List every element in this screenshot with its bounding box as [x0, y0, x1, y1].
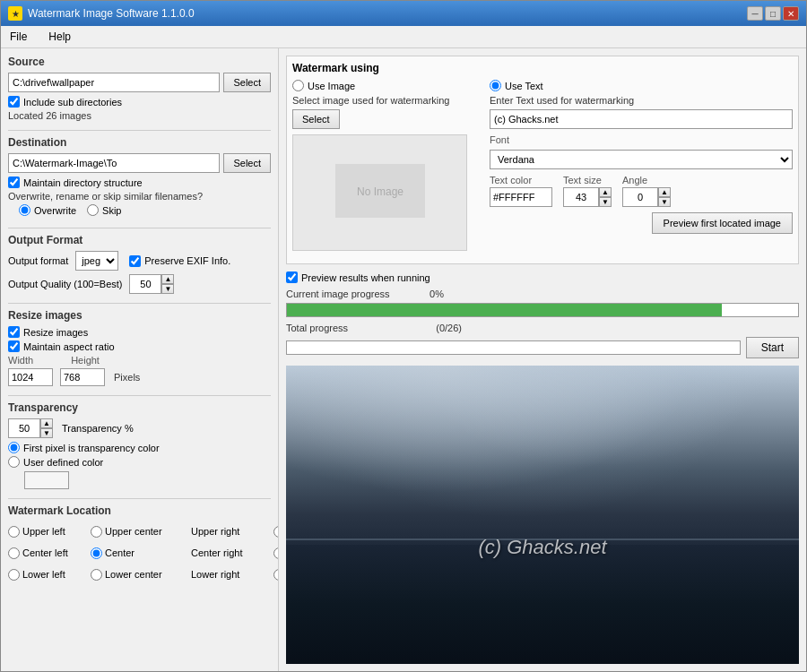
transparency-pct-label: Transparency %	[62, 423, 134, 434]
destination-title: Destination	[8, 136, 271, 149]
menu-bar: File Help	[1, 26, 806, 48]
preview-running-checkbox[interactable]	[286, 271, 298, 283]
watermark-location-title: Watermark Location	[8, 504, 271, 517]
maintain-dir-row: Maintain directory structure	[8, 177, 271, 188]
current-progress-label: Current image progress	[286, 289, 412, 299]
ocean-rays	[286, 366, 799, 545]
quality-input[interactable]	[129, 274, 161, 294]
maintain-aspect-checkbox[interactable]	[8, 340, 20, 352]
resize-section: Resize images Resize images Maintain asp…	[8, 309, 271, 386]
divider-3	[8, 303, 271, 304]
preview-running-label: Preview results when running	[301, 272, 430, 283]
lower-right-label: Lower right	[191, 569, 239, 580]
transparency-section: Transparency ▲ ▼ Transparency % First pi…	[8, 401, 271, 489]
skip-option-label: Skip	[102, 205, 121, 216]
use-text-label: Use Text	[505, 81, 543, 91]
minimize-button[interactable]: ─	[747, 6, 763, 21]
maintain-dir-checkbox[interactable]	[8, 177, 20, 188]
output-format-label: Output format	[8, 255, 68, 266]
angle-down-btn[interactable]: ▼	[658, 197, 671, 207]
location-grid: Upper left Upper center Upper right	[8, 521, 271, 584]
start-button[interactable]: Start	[746, 337, 799, 358]
lower-left-radio[interactable]	[8, 569, 20, 581]
lower-center-radio[interactable]	[91, 569, 102, 581]
source-section: Source Select Include sub directories Lo…	[8, 56, 271, 121]
upper-left-cell: Upper left	[8, 526, 89, 538]
resize-images-checkbox[interactable]	[8, 326, 20, 338]
watermark-overlay-text: (c) Ghacks.net	[478, 536, 606, 559]
transparency-input[interactable]	[8, 418, 40, 438]
total-progress-label: Total progress	[286, 323, 412, 333]
use-text-radio[interactable]	[490, 80, 501, 91]
include-sub-checkbox[interactable]	[8, 96, 20, 108]
watermark-text-input[interactable]	[490, 109, 793, 129]
text-color-input[interactable]	[490, 187, 552, 207]
preserve-exif-checkbox[interactable]	[129, 255, 141, 267]
width-height-row: Width Height	[8, 355, 271, 366]
divider-2	[8, 228, 271, 228]
output-format-section: Output Format Output format jpeg png bmp…	[8, 234, 271, 294]
use-image-section: Use Image Select image used for watermar…	[292, 80, 472, 251]
overwrite-label: Overwrite, rename or skip similar filena…	[8, 191, 271, 202]
transparency-down-btn[interactable]: ▼	[40, 428, 53, 438]
maximize-button[interactable]: □	[765, 6, 781, 21]
angle-input[interactable]	[622, 187, 658, 207]
text-size-input[interactable]	[563, 187, 599, 207]
user-color-box[interactable]	[24, 471, 69, 489]
located-images-text: Located 26 images	[8, 110, 271, 121]
transparency-up-btn[interactable]: ▲	[40, 418, 53, 428]
destination-select-button[interactable]: Select	[223, 153, 271, 173]
quality-up-btn[interactable]: ▲	[161, 274, 174, 284]
select-image-row: Select	[292, 109, 472, 129]
text-size-spinner: ▲ ▼	[599, 187, 612, 207]
angle-up-btn[interactable]: ▲	[658, 187, 671, 197]
transparency-spinner: ▲ ▼	[40, 418, 53, 438]
text-size-up-btn[interactable]: ▲	[599, 187, 612, 197]
output-format-select[interactable]: jpeg png bmp	[75, 251, 118, 271]
first-pixel-label: First pixel is transparency color	[23, 443, 160, 453]
upper-center-radio[interactable]	[91, 526, 102, 538]
maintain-aspect-row: Maintain aspect ratio	[8, 340, 271, 352]
font-row: Font	[490, 134, 793, 145]
text-size-down-btn[interactable]: ▼	[599, 197, 612, 207]
destination-path-input[interactable]	[8, 153, 220, 173]
close-button[interactable]: ✕	[783, 6, 799, 21]
font-select[interactable]: Verdana Arial Times New Roman	[490, 150, 793, 169]
first-pixel-radio[interactable]	[8, 442, 20, 453]
menu-help[interactable]: Help	[45, 29, 74, 45]
quality-spinner: ▲ ▼	[161, 274, 174, 294]
width-label: Width	[8, 355, 33, 366]
upper-left-radio[interactable]	[8, 526, 20, 538]
divider-4	[8, 395, 271, 396]
current-progress-bar	[286, 303, 799, 317]
center-radio[interactable]	[91, 547, 102, 559]
source-path-input[interactable]	[8, 73, 220, 92]
output-quality-row: Output Quality (100=Best) ▲ ▼	[8, 274, 271, 294]
text-size-label: Text size	[563, 175, 612, 185]
title-bar: ★ Watermark Image Software 1.1.0.0 ─ □ ✕	[1, 1, 806, 26]
center-left-cell: Center left	[8, 547, 89, 559]
center-left-radio[interactable]	[8, 547, 20, 559]
upper-right-label: Upper right	[191, 526, 239, 537]
use-image-radio[interactable]	[292, 80, 304, 91]
select-image-button[interactable]: Select	[292, 109, 340, 129]
use-image-radio-group: Use Image	[292, 80, 472, 91]
user-defined-label: User defined color	[23, 457, 103, 468]
menu-file[interactable]: File	[6, 29, 30, 45]
center-left-label: Center left	[22, 547, 68, 558]
window-controls: ─ □ ✕	[747, 6, 799, 21]
source-select-button[interactable]: Select	[223, 73, 271, 92]
main-window: ★ Watermark Image Software 1.1.0.0 ─ □ ✕…	[0, 0, 807, 672]
user-defined-radio[interactable]	[8, 456, 20, 468]
overwrite-radio[interactable]	[19, 204, 30, 216]
resize-title: Resize images	[8, 309, 271, 322]
maintain-dir-label: Maintain directory structure	[23, 177, 143, 188]
quality-down-btn[interactable]: ▼	[161, 284, 174, 294]
use-image-label: Use Image	[308, 81, 355, 91]
total-progress-bar	[286, 340, 741, 355]
watermark-options: Use Image Select image used for watermar…	[292, 80, 793, 251]
skip-radio[interactable]	[87, 204, 99, 216]
height-input[interactable]	[60, 368, 105, 386]
width-input[interactable]	[8, 368, 53, 386]
preview-button[interactable]: Preview first located image	[652, 212, 793, 234]
